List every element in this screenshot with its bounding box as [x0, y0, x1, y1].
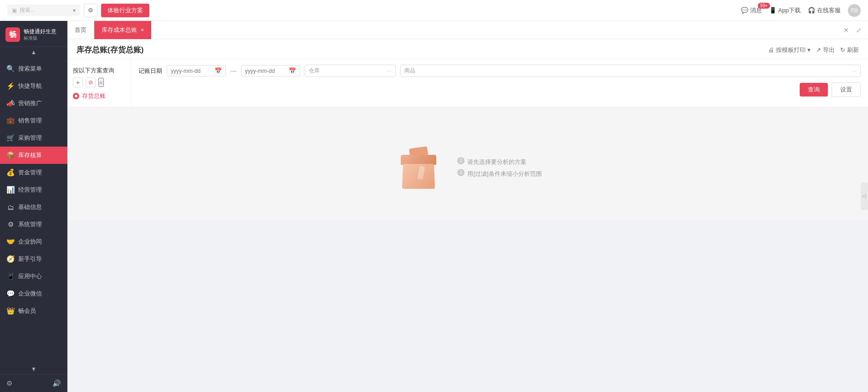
- sidebar-label-basic-info: 基础信息: [18, 203, 42, 211]
- product-select[interactable]: 商品 ···: [400, 65, 861, 77]
- tab-inventory-ledger[interactable]: 库存成本总账 ×: [94, 21, 152, 39]
- empty-tips: 1 请先选择要分析的方案 2 用[过滤]条件来缩小分析范围: [457, 156, 541, 180]
- page-header: 库存总账(存货总账) 🖨 按模板打印 ▾ ↗ 导出 ↻ 刷新: [67, 39, 868, 59]
- tab-close-all-icon[interactable]: ✕: [841, 25, 852, 36]
- right-panel-toggle[interactable]: ◁: [861, 183, 868, 210]
- sidebar-item-basic-info[interactable]: 🗂 基础信息: [0, 199, 67, 216]
- calendar-start-icon[interactable]: 📅: [214, 67, 222, 74]
- messages-badge: 99+: [758, 3, 770, 9]
- filter-collapse-button[interactable]: «: [98, 78, 104, 87]
- guide-icon: 🧭: [6, 255, 15, 263]
- logo-icon: 畅: [5, 27, 20, 42]
- filter-clear-button[interactable]: ⊘: [86, 77, 96, 87]
- search-dropdown-icon[interactable]: ▾: [73, 7, 76, 14]
- query-button[interactable]: 查询: [800, 83, 828, 97]
- warehouse-label: 仓库: [309, 67, 387, 75]
- sidebar-label-vip: 畅会员: [18, 307, 36, 315]
- search-placeholder: 搜索...: [20, 6, 35, 14]
- sidebar-item-wechat[interactable]: 💬 企业微信: [0, 285, 67, 302]
- warehouse-select[interactable]: 仓库 ···: [305, 65, 396, 77]
- settings-footer-icon[interactable]: ⚙: [6, 379, 12, 387]
- sidebar-item-finance[interactable]: 💰 资金管理: [0, 164, 67, 181]
- filter-top-row: 记账日期 📅 — 📅 仓库 ···: [138, 65, 861, 77]
- product-label: 商品: [404, 67, 852, 75]
- gear-button[interactable]: ⚙: [84, 4, 97, 17]
- tab-home[interactable]: 首页: [67, 21, 94, 39]
- sidebar-item-purchase[interactable]: 🛒 采购管理: [0, 129, 67, 147]
- sidebar-item-guide[interactable]: 🧭 新手引导: [0, 250, 67, 268]
- filter-clear-icon: ⊘: [88, 79, 93, 86]
- sidebar-label-inventory: 库存核算: [18, 151, 42, 159]
- sidebar-item-collaboration[interactable]: 🤝 企业协同: [0, 233, 67, 250]
- sidebar-item-search-menu[interactable]: 🔍 搜索菜单: [0, 60, 67, 77]
- top-search[interactable]: ▣ 搜索... ▾: [7, 5, 80, 16]
- sidebar-label-guide: 新手引导: [18, 255, 42, 263]
- sidebar-item-quick-nav[interactable]: ⚡ 快捷导航: [0, 77, 67, 95]
- sidebar-label-purchase: 采购管理: [18, 134, 42, 142]
- empty-illustration: [393, 143, 444, 193]
- sidebar-label-system: 系统管理: [18, 220, 42, 229]
- industry-button[interactable]: 体验行业方案: [101, 4, 149, 17]
- sidebar-label-collaboration: 企业协同: [18, 238, 42, 246]
- tab-expand-icon[interactable]: ⤢: [853, 25, 864, 36]
- empty-inner: 1 请先选择要分析的方案 2 用[过滤]条件来缩小分析范围: [393, 143, 541, 193]
- sidebar-scroll-down[interactable]: ▼: [0, 364, 67, 374]
- sidebar: 畅 畅捷通好生意 标准版 ▲ 🔍 搜索菜单 ⚡ 快捷导航 📣 营销推广 💼: [0, 21, 67, 392]
- print-dropdown-icon[interactable]: ▾: [807, 46, 811, 53]
- tabs-right-actions: ✕ ⤢: [837, 25, 868, 36]
- audio-footer-icon[interactable]: 🔊: [52, 379, 61, 387]
- date-filter-label: 记账日期: [138, 67, 162, 75]
- box-lid: [401, 155, 436, 165]
- product-more-icon[interactable]: ···: [852, 67, 857, 74]
- export-button[interactable]: ↗ 导出: [816, 46, 835, 54]
- inventory-icon: 📦: [6, 151, 15, 159]
- date-end-input[interactable]: 📅: [241, 65, 300, 76]
- search-text: ▣: [12, 7, 17, 14]
- warehouse-more-icon[interactable]: ···: [387, 67, 392, 74]
- settings-button[interactable]: 设置: [832, 82, 861, 97]
- scheme-dot-icon: [73, 93, 79, 99]
- sidebar-label-finance: 资金管理: [18, 168, 42, 177]
- date-end-field[interactable]: [245, 68, 286, 74]
- tab-close-icon[interactable]: ×: [141, 27, 144, 33]
- filter-add-button[interactable]: +: [73, 77, 83, 87]
- calendar-end-icon[interactable]: 📅: [289, 67, 296, 74]
- date-start-field[interactable]: [171, 68, 212, 74]
- top-bar: ▣ 搜索... ▾ ⚙ 体验行业方案 💬 消息 99+ 📱 App下载 🎧 在线…: [0, 0, 868, 21]
- app-download-button[interactable]: 📱 App下载: [769, 6, 801, 15]
- sidebar-item-sales[interactable]: 💼 销售管理: [0, 112, 67, 129]
- filter-action-row: 查询 设置: [138, 82, 861, 97]
- filter-right-panel: 记账日期 📅 — 📅 仓库 ···: [131, 59, 868, 107]
- messages-button[interactable]: 💬 消息 99+: [741, 6, 762, 15]
- sidebar-item-system[interactable]: ⚙ 系统管理: [0, 216, 67, 233]
- message-icon: 💬: [741, 7, 748, 14]
- box-shine: [418, 166, 425, 180]
- sidebar-label-marketing: 营销推广: [18, 99, 42, 107]
- box-body: [402, 164, 435, 189]
- filter-area: 按以下方案查询 + ⊘ « 存货总账: [67, 59, 868, 107]
- user-avatar[interactable]: Rit: [848, 4, 861, 17]
- sidebar-logo: 畅 畅捷通好生意 标准版: [0, 21, 67, 47]
- print-button[interactable]: 🖨 按模板打印 ▾: [768, 46, 811, 54]
- sidebar-item-management[interactable]: 📊 经营管理: [0, 181, 67, 199]
- marketing-icon: 📣: [6, 99, 15, 107]
- sidebar-item-app-center[interactable]: 📱 应用中心: [0, 268, 67, 285]
- page-title: 库存总账(存货总账): [77, 45, 143, 55]
- sidebar-label-wechat: 企业微信: [18, 290, 42, 298]
- tab-bar: 首页 库存成本总账 × ✕ ⤢: [67, 21, 868, 39]
- sidebar-nav: 🔍 搜索菜单 ⚡ 快捷导航 📣 营销推广 💼 销售管理 🛒 采购管理 📦: [0, 57, 67, 364]
- gear-icon: ⚙: [88, 7, 93, 14]
- empty-tip-1: 1 请先选择要分析的方案: [457, 156, 541, 168]
- tip-num-2: 2: [457, 169, 465, 176]
- sidebar-scroll-up[interactable]: ▲: [0, 47, 67, 57]
- scheme-item-inventory-ledger[interactable]: 存货总账: [67, 89, 131, 103]
- sidebar-item-vip[interactable]: 👑 畅会员: [0, 302, 67, 320]
- online-service-button[interactable]: 🎧 在线客服: [808, 6, 841, 15]
- wechat-icon: 💬: [6, 290, 15, 298]
- sidebar-item-inventory[interactable]: 📦 库存核算: [0, 147, 67, 164]
- refresh-button[interactable]: ↻ 刷新: [840, 46, 859, 54]
- sidebar-item-marketing[interactable]: 📣 营销推广: [0, 95, 67, 112]
- sidebar-label-quick-nav: 快捷导航: [18, 82, 42, 90]
- date-start-input[interactable]: 📅: [167, 65, 226, 76]
- vip-icon: 👑: [6, 307, 15, 315]
